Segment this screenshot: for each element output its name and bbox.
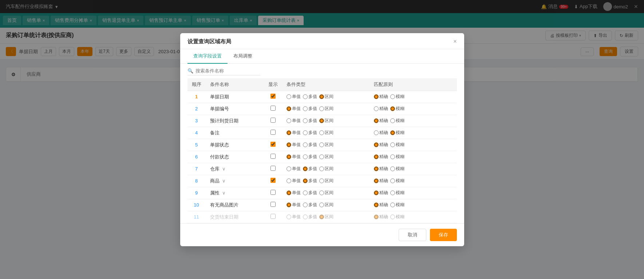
search-box: 🔍 xyxy=(187,68,260,75)
dialog: 设置查询区域布局 × 查询字段设置 布局调整 🔍 顺序 条件名称 xyxy=(180,33,464,87)
dialog-tabs: 查询字段设置 布局调整 xyxy=(180,49,464,64)
search-input[interactable] xyxy=(195,68,260,74)
modal-overlay: 设置查询区域布局 × 查询字段设置 布局调整 🔍 顺序 条件名称 xyxy=(0,0,644,86)
search-icon: 🔍 xyxy=(187,68,193,74)
dialog-tab-query-fields[interactable]: 查询字段设置 xyxy=(187,49,228,64)
conditions-table: 顺序 条件名称 显示 条件类型 匹配原则 1单据日期单值多值区间精确模糊2单据编… xyxy=(187,78,457,87)
dialog-tab-layout[interactable]: 布局调整 xyxy=(228,49,258,64)
col-match: 匹配原则 xyxy=(370,78,457,87)
col-display: 显示 xyxy=(264,78,282,87)
dialog-title: 设置查询区域布局 xyxy=(187,38,231,45)
dialog-table: 顺序 条件名称 显示 条件类型 匹配原则 1单据日期单值多值区间精确模糊2单据编… xyxy=(180,78,464,87)
dialog-header: 设置查询区域布局 × xyxy=(180,33,464,49)
col-type: 条件类型 xyxy=(282,78,370,87)
col-name: 条件名称 xyxy=(206,78,264,87)
dialog-close-btn[interactable]: × xyxy=(453,38,457,45)
col-order: 顺序 xyxy=(187,78,206,87)
